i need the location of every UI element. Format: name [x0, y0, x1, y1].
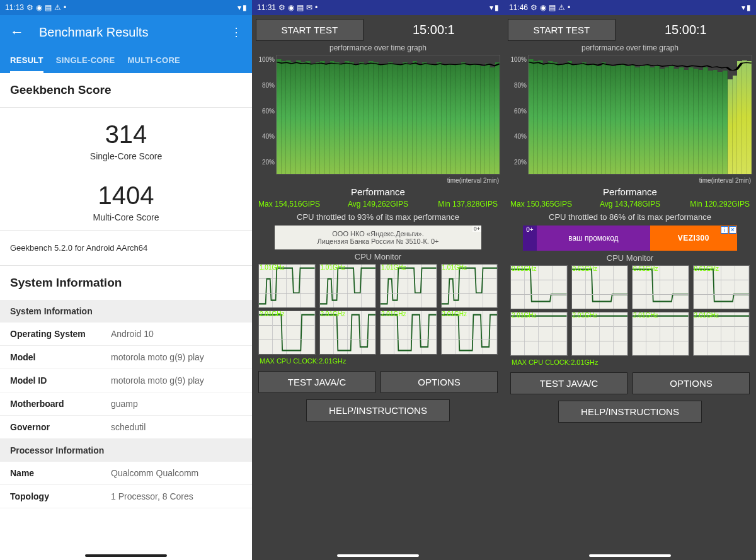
- cpu-core-ghz: 2.01GHz: [633, 312, 658, 319]
- more-icon[interactable]: ⋮: [231, 25, 242, 39]
- cpu-core-cell: 0.61GHz: [510, 265, 568, 309]
- battery-icon: ▮: [243, 3, 247, 12]
- phone-throttle-2: 11:46 ⚙ ◉ ▤ ⚠ • ▾ ▮ START TEST 15:00:1 p…: [504, 0, 756, 560]
- info-val: motorola moto g(9) play: [111, 375, 204, 386]
- info-key: Motherboard: [10, 399, 111, 409]
- cpu-core-cell: 0.61GHz: [632, 265, 689, 309]
- status-bar: 11:31 ⚙ ◉ ▤ ✉ • ▾ ▮: [252, 0, 504, 15]
- cpu-core-ghz: 2.01GHz: [512, 312, 536, 319]
- perf-chart-xlabel: time(interval 2min): [256, 177, 500, 184]
- cpu-core-ghz: 2.01GHz: [321, 311, 345, 317]
- cpu-core-cell: 2.01GHz: [632, 312, 689, 356]
- ad-info-icon[interactable]: i: [721, 226, 728, 234]
- status-time: 11:13: [5, 3, 24, 12]
- help-button[interactable]: HELP/INSTRUCTIONS: [306, 399, 450, 421]
- perf-chart-xlabel: time(interval 2min): [508, 177, 752, 184]
- cpu-monitor-heading: CPU Monitor: [508, 253, 752, 263]
- info-key: Name: [10, 468, 111, 478]
- back-icon[interactable]: ←: [10, 24, 24, 40]
- cpu-core-cell: 1.01GHz: [258, 264, 316, 308]
- timer-readout: 15:00:1: [367, 23, 500, 37]
- info-key: Model: [10, 352, 111, 362]
- max-cpu-clock: MAX CPU CLOCK:2.01GHz: [508, 358, 752, 366]
- perf-max: Max 150,365GIPS: [510, 200, 590, 209]
- test-java-button[interactable]: TEST JAVA/C: [510, 372, 627, 394]
- info-val: 1 Processor, 8 Cores: [111, 491, 193, 501]
- cpu-core-cell: 2.01GHz: [258, 311, 316, 355]
- cpu-core-cell: 2.01GHz: [319, 311, 377, 355]
- ad-age-badge: 0+: [523, 226, 537, 251]
- cpu-core-cell: 2.01GHz: [380, 311, 437, 355]
- info-key: Operating System: [10, 329, 111, 339]
- sysinfo-subhead: System Information: [0, 300, 252, 323]
- cpu-core-ghz: 0.61GHz: [512, 265, 536, 272]
- cpu-core-ghz: 2.01GHz: [573, 312, 597, 319]
- tab-result[interactable]: RESULT: [10, 49, 43, 73]
- results-scroll[interactable]: Geekbench Score 314 Single-Core Score 14…: [0, 73, 252, 560]
- score-heading: Geekbench Score: [0, 73, 252, 107]
- dot-icon: •: [568, 3, 570, 12]
- status-time: 11:31: [257, 3, 276, 12]
- status-bar: 11:13 ⚙ ◉ ▤ ⚠ • ▾ ▮: [0, 0, 252, 15]
- nav-pill[interactable]: [589, 554, 671, 557]
- help-button[interactable]: HELP/INSTRUCTIONS: [558, 401, 702, 423]
- gear-icon: ⚙: [530, 3, 537, 12]
- nav-pill[interactable]: [85, 554, 167, 557]
- app-header: ← Benchmark Results ⋮: [0, 15, 252, 49]
- performance-heading: Performance: [508, 186, 752, 197]
- timer-readout: 15:00:1: [619, 23, 752, 37]
- status-time: 11:46: [509, 3, 528, 12]
- info-row: Model IDmotorola moto g(9) play: [0, 369, 252, 392]
- wifi-icon: ▾: [238, 3, 241, 12]
- ad-text: ваш промокод: [537, 226, 650, 251]
- start-test-button[interactable]: START TEST: [508, 19, 616, 41]
- throttle-message: CPU throttled to 93% of its max performa…: [256, 211, 500, 223]
- perf-chart: 100%80%60%40%20%: [508, 55, 752, 174]
- tab-single-core[interactable]: SINGLE-CORE: [56, 49, 115, 73]
- camera-icon: ◉: [36, 3, 42, 12]
- single-core-score: 314: [0, 120, 252, 149]
- cpu-core-ghz: 1.01GHz: [381, 264, 406, 271]
- cpu-core-ghz: 2.01GHz: [381, 311, 406, 317]
- page-title: Benchmark Results: [39, 25, 215, 40]
- options-button[interactable]: OPTIONS: [381, 371, 498, 393]
- procinfo-subhead: Processor Information: [0, 439, 252, 462]
- info-row: Topology1 Processor, 8 Cores: [0, 485, 252, 508]
- doc-icon: ▤: [549, 3, 556, 12]
- ad-line-1: ООО НКО «Яндекс.Деньги».: [277, 230, 479, 237]
- gear-icon: ⚙: [26, 3, 33, 12]
- cpu-core-ghz: 2.01GHz: [260, 311, 284, 317]
- info-val: Android 10: [111, 329, 154, 339]
- warning-icon: ⚠: [558, 3, 565, 12]
- perf-avg: Avg 149,262GIPS: [338, 200, 418, 209]
- perf-chart-title: performance over time graph: [508, 43, 752, 52]
- ad-age-badge: 0+: [472, 226, 481, 232]
- cpu-core-ghz: 1.01GHz: [442, 264, 467, 271]
- doc-icon: ▤: [297, 3, 304, 12]
- start-test-button[interactable]: START TEST: [256, 19, 364, 41]
- perf-max: Max 154,516GIPS: [258, 200, 338, 209]
- cpu-core-ghz: 0.61GHz: [694, 265, 719, 272]
- info-row: Governorschedutil: [0, 416, 252, 439]
- ad-line-2: Лицензия Банка России № 3510-К. 0+: [277, 237, 479, 245]
- nav-pill[interactable]: [337, 554, 419, 557]
- doc-icon: ▤: [45, 3, 52, 12]
- multi-core-block: 1404 Multi-Core Score: [0, 169, 252, 230]
- info-val: guamp: [111, 399, 138, 409]
- perf-min: Min 137,828GIPS: [418, 200, 498, 209]
- options-button[interactable]: OPTIONS: [633, 372, 750, 394]
- test-java-button[interactable]: TEST JAVA/C: [258, 371, 375, 393]
- ad-banner[interactable]: ООО НКО «Яндекс.Деньги». Лицензия Банка …: [275, 226, 481, 249]
- info-row: Modelmotorola moto g(9) play: [0, 346, 252, 369]
- info-row: Operating SystemAndroid 10: [0, 323, 252, 346]
- multi-core-score: 1404: [0, 181, 252, 210]
- tab-multi-core[interactable]: MULTI-CORE: [127, 49, 180, 73]
- sysinfo-heading: System Information: [0, 266, 252, 300]
- ad-banner[interactable]: 0+ ваш промокод VEZI300 i✕: [523, 226, 737, 251]
- version-label: Geekbench 5.2.0 for Android AArch64: [0, 231, 252, 265]
- camera-icon: ◉: [540, 3, 546, 12]
- ad-close-icon[interactable]: ✕: [729, 226, 736, 234]
- perf-avg: Avg 143,748GIPS: [590, 200, 670, 209]
- battery-icon: ▮: [495, 3, 499, 12]
- perf-chart-title: performance over time graph: [256, 43, 500, 52]
